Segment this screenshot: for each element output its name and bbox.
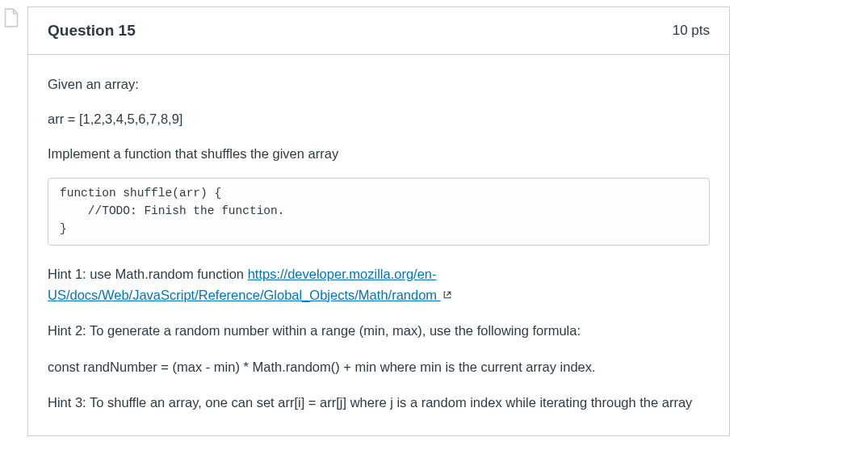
external-link-icon	[442, 284, 452, 305]
question-body: Given an array: arr = [1,2,3,4,5,6,7,8,9…	[28, 55, 729, 435]
hint-3: Hint 3: To shuffle an array, one can set…	[48, 392, 710, 413]
hint-2-formula: const randNumber = (max - min) * Math.ra…	[48, 356, 710, 377]
question-title: Question 15	[48, 22, 136, 40]
instruction-text: Implement a function that shuffles the g…	[48, 144, 710, 164]
hint-1-prefix: Hint 1: use Math.random function	[48, 267, 248, 281]
question-card: Question 15 10 pts Given an array: arr =…	[27, 6, 730, 436]
code-block: function shuffle(arr) { //TODO: Finish t…	[48, 178, 710, 245]
page-icon	[3, 8, 19, 27]
hint-2: Hint 2: To generate a random number with…	[48, 320, 710, 341]
intro-text: Given an array:	[48, 74, 710, 95]
question-container: Question 15 10 pts Given an array: arr =…	[0, 6, 868, 436]
hint-1: Hint 1: use Math.random function https:/…	[48, 263, 710, 306]
question-header: Question 15 10 pts	[28, 7, 729, 55]
question-points: 10 pts	[673, 23, 710, 39]
array-definition: arr = [1,2,3,4,5,6,7,8,9]	[48, 109, 710, 129]
